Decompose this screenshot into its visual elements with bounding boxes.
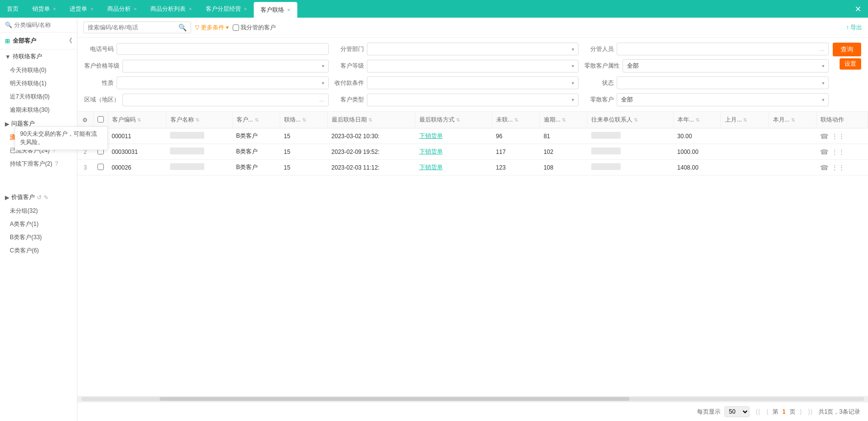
tab-customer-tier[interactable]: 客户分层经营 × (199, 0, 254, 18)
th-this-month[interactable]: 本月...⇅ (769, 112, 816, 128)
contact-icon-2[interactable]: ☎ (820, 148, 828, 156)
per-page-select[interactable]: 50 20 100 (724, 406, 749, 417)
my-customers-check[interactable] (233, 25, 239, 31)
sort-way-icon: ⇅ (456, 117, 460, 123)
sidebar-group-value[interactable]: ▶ 价值客户 ↺ ✎ (0, 190, 77, 204)
export-btn[interactable]: ↑ 导出 (846, 24, 862, 32)
tab-home[interactable]: 首页 (0, 0, 25, 18)
payment-select[interactable]: ▾ (367, 76, 579, 89)
zero-attr-select[interactable]: 全部 ▾ (623, 59, 829, 73)
sort-unlisted-icon: ⇅ (514, 117, 518, 123)
tab-close-sales[interactable]: × (53, 6, 56, 12)
level-select[interactable]: ▾ (367, 60, 579, 73)
th-customer-type[interactable]: 客户...⇅ (232, 112, 280, 128)
sidebar-item-today[interactable]: 今天待联络(0) (0, 64, 77, 77)
th-unlisted[interactable]: 未联...⇅ (492, 112, 539, 128)
dept-arrow-icon: ▾ (572, 47, 574, 52)
search-input[interactable] (88, 24, 178, 31)
more-action-icon-3[interactable]: ⋮⋮ (831, 164, 845, 172)
select-all-checkbox[interactable] (97, 116, 104, 123)
sidebar-item-tomorrow[interactable]: 明天待联络(1) (0, 77, 77, 90)
zero-attr-label: 零散客户属性 (584, 62, 620, 70)
last-page-btn[interactable]: ⟩⟩ (806, 407, 815, 417)
my-customers-checkbox[interactable]: 我分管的客户 (233, 24, 276, 32)
nature-select[interactable]: ▾ (117, 76, 329, 89)
phone-input[interactable] (117, 43, 329, 55)
sidebar-item-7days[interactable]: 近7天待联络(0) (0, 90, 77, 103)
search-submit-icon[interactable]: 🔍 (178, 24, 187, 31)
table-header-row: ⚙ 客户编码⇅ 客户名称⇅ 客户...⇅ 联络...⇅ (77, 112, 868, 128)
more-action-icon-1[interactable]: ⋮⋮ (831, 132, 845, 140)
more-conditions-btn[interactable]: ▽ 更多条件 ▾ (195, 24, 229, 32)
th-code[interactable]: 客户编码⇅ (108, 112, 166, 128)
horizontal-scrollbar[interactable] (77, 396, 868, 402)
customer-type-select[interactable]: ▾ (367, 94, 579, 106)
scrollbar-thumb[interactable] (160, 397, 629, 401)
sidebar-item-overdue[interactable]: 逾期未联络(30) (0, 103, 77, 117)
filter-level: 客户等级 ▾ (335, 60, 579, 73)
sidebar-item-class-a[interactable]: A类客户(1) (0, 218, 77, 231)
contact-icon-3[interactable]: ☎ (820, 164, 828, 172)
more-action-icon-2[interactable]: ⋮⋮ (831, 148, 845, 156)
row-check-3[interactable] (93, 160, 108, 175)
window-close-btn[interactable]: ✕ (848, 4, 868, 14)
settings-button[interactable]: 设置 (840, 58, 861, 70)
next-page-btn[interactable]: ⟩ (797, 407, 804, 417)
query-button[interactable]: 查询 (833, 43, 861, 56)
tab-close-contact[interactable]: × (287, 7, 290, 13)
sidebar-search-input[interactable] (14, 22, 72, 28)
main-layout: 🔍 ⊞ 全部客户 《 ▼ 待联络客户 今天待联络(0) 明天待联络(1) 近7天… (0, 18, 868, 421)
tab-purchase-order[interactable]: 进货单 × (63, 0, 100, 18)
tab-close-analysis-list[interactable]: × (189, 6, 192, 12)
edit-icon[interactable]: ✎ (44, 194, 48, 201)
th-this-year[interactable]: 本年...⇅ (674, 112, 721, 128)
sidebar-group-pending[interactable]: ▼ 待联络客户 (0, 50, 77, 64)
tooltip-box: 90天未交易的客户，可能有流失风险。 (15, 126, 77, 150)
filter-row-3: 性质 ▾ 收付款条件 ▾ (84, 76, 829, 89)
th-settings[interactable]: ⚙ (77, 112, 93, 128)
tab-sales-order[interactable]: 销货单 × (25, 0, 63, 18)
level-label: 客户等级 (335, 62, 364, 70)
th-overdue[interactable]: 逾期...⇅ (540, 112, 587, 128)
tab-close-analysis[interactable]: × (134, 6, 137, 12)
contact-icon-1[interactable]: ☎ (820, 132, 828, 140)
row-way-2[interactable]: 下销货单 (415, 144, 492, 160)
th-contact[interactable]: 联络...⇅ (280, 112, 327, 128)
sort-name-icon: ⇅ (195, 117, 199, 123)
sidebar-item-class-b[interactable]: B类客户(33) (0, 231, 77, 244)
th-last-contact-way[interactable]: 最后联络方式⇅ (415, 112, 492, 128)
dept-select[interactable]: ▾ (367, 43, 579, 55)
sidebar: 🔍 ⊞ 全部客户 《 ▼ 待联络客户 今天待联络(0) 明天待联络(1) 近7天… (0, 18, 77, 421)
status-select[interactable]: ▾ (617, 76, 829, 89)
sort-contact-icon: ⇅ (302, 117, 306, 123)
row-way-1[interactable]: 下销货单 (415, 128, 492, 144)
th-liaison[interactable]: 往来单位联系人⇅ (587, 112, 674, 128)
tab-close-tier[interactable]: × (244, 6, 247, 12)
refresh-icon[interactable]: ↺ (37, 194, 42, 201)
zero-attr-arrow-icon: ▾ (822, 63, 824, 69)
scrollbar-track[interactable] (81, 397, 864, 401)
first-page-btn[interactable]: ⟨⟨ (753, 407, 762, 417)
prev-page-btn[interactable]: ⟨ (764, 407, 771, 417)
sidebar-item-ungroup[interactable]: 未分组(32) (0, 204, 77, 218)
tab-close-purchase[interactable]: × (90, 6, 93, 12)
sidebar-item-declining[interactable]: 持续下滑客户(2) ? (0, 157, 77, 171)
th-last-contact-date[interactable]: 最后联络日期⇅ (328, 112, 415, 128)
th-last-month[interactable]: 上月...⇅ (721, 112, 769, 128)
row-way-3[interactable]: 下销货单 (415, 160, 492, 175)
arrow-down-icon: ▼ (5, 53, 11, 60)
sidebar-all-customers[interactable]: ⊞ 全部客户 《 (0, 33, 77, 50)
tab-product-analysis-list[interactable]: 商品分析列表 × (144, 0, 198, 18)
th-checkbox[interactable] (93, 112, 108, 128)
price-grade-select[interactable]: ▾ (122, 60, 329, 73)
region-select[interactable]: … (122, 94, 329, 106)
filter-row-4: 区域（地区） … 客户类型 ▾ (84, 93, 829, 106)
th-name[interactable]: 客户名称⇅ (166, 112, 232, 128)
price-grade-arrow-icon: ▾ (322, 63, 324, 69)
zero-customer-select[interactable]: 全部 ▾ (617, 93, 829, 106)
sidebar-item-class-c[interactable]: C类客户(6) (0, 244, 77, 257)
person-select[interactable]: … (617, 43, 829, 55)
tab-product-analysis[interactable]: 商品分析 × (100, 0, 144, 18)
page-navigation: ⟨⟨ ⟨ 第 1 页 ⟩ ⟩⟩ (753, 407, 815, 417)
tab-customer-contact[interactable]: 客户联络 × (254, 2, 297, 18)
